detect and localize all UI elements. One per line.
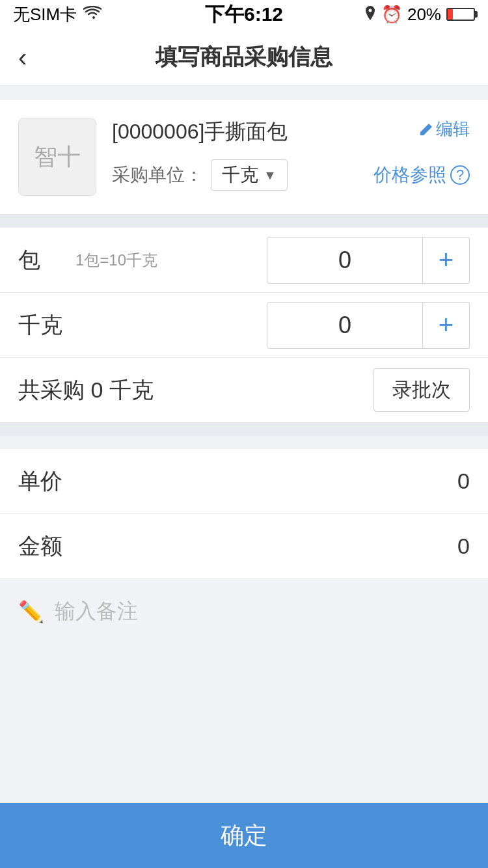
location-icon <box>364 5 376 25</box>
price-ref-label: 价格参照 <box>373 163 446 187</box>
unit-select[interactable]: 千克 ▼ <box>211 159 288 191</box>
status-right: ⏰ 20% <box>364 5 475 25</box>
note-placeholder: 输入备注 <box>55 597 138 626</box>
status-bar: 无SIM卡 下午6:12 ⏰ 20% <box>0 0 488 29</box>
battery-percent: 20% <box>407 5 441 25</box>
pencil-icon: ✏️ <box>18 599 44 624</box>
edit-button[interactable]: 编辑 <box>419 118 470 141</box>
unit-price-row: 单价 0 <box>0 449 488 514</box>
status-time: 下午6:12 <box>205 1 283 28</box>
unit-value: 千克 <box>222 163 258 187</box>
kg-quantity-input[interactable] <box>267 302 423 349</box>
divider-band <box>0 215 488 228</box>
product-name: [0000006]手撕面包 <box>112 118 419 146</box>
confirm-button[interactable]: 确定 <box>0 803 488 868</box>
pack-input-row: 包 1包=10千克 + <box>0 228 488 293</box>
page-title: 填写商品采购信息 <box>156 42 332 72</box>
unit-dropdown-arrow: ▼ <box>264 168 277 183</box>
kg-input-controls: + <box>267 302 470 349</box>
amount-value: 0 <box>457 534 470 559</box>
wifi-icon <box>83 5 102 25</box>
unit-label: 采购单位： <box>112 163 203 187</box>
price-section: 单价 0 金额 0 <box>0 449 488 579</box>
summary-row: 共采购 0 千克 录批次 <box>0 358 488 423</box>
back-button[interactable]: ‹ <box>18 44 27 70</box>
product-card: 智十 [0000006]手撕面包 编辑 采购单位： 千克 ▼ <box>0 99 488 215</box>
kg-label: 千克 <box>18 310 70 340</box>
kg-plus-button[interactable]: + <box>423 302 470 349</box>
kg-input-row: 千克 + <box>0 293 488 358</box>
unit-price-value: 0 <box>457 468 470 494</box>
carrier-label: 无SIM卡 <box>13 3 77 26</box>
product-info: [0000006]手撕面包 编辑 采购单位： 千克 ▼ 价格 <box>112 118 470 191</box>
alarm-icon: ⏰ <box>381 5 402 25</box>
pack-label: 包 <box>18 245 70 275</box>
amount-label: 金额 <box>18 532 62 562</box>
product-image: 智十 <box>18 118 96 196</box>
help-icon: ? <box>450 165 470 185</box>
amount-row: 金额 0 <box>0 514 488 579</box>
product-logo: 智十 <box>34 142 81 170</box>
pack-sub-label: 1包=10千克 <box>75 250 267 271</box>
battery-icon <box>446 8 475 21</box>
input-section: 包 1包=10千克 + 千克 + 共采购 0 千克 录批次 <box>0 228 488 423</box>
pack-input-controls: + <box>267 237 470 284</box>
note-section[interactable]: ✏️ 输入备注 <box>0 579 488 644</box>
status-left: 无SIM卡 <box>13 3 102 26</box>
price-ref-button[interactable]: 价格参照 ? <box>373 163 470 187</box>
unit-price-label: 单价 <box>18 467 62 496</box>
nav-bar: ‹ 填写商品采购信息 <box>0 29 488 86</box>
pack-plus-button[interactable]: + <box>423 237 470 284</box>
summary-text: 共采购 0 千克 <box>18 375 154 405</box>
pack-quantity-input[interactable] <box>267 237 423 284</box>
divider-band-2 <box>0 423 488 436</box>
batch-button[interactable]: 录批次 <box>373 368 470 412</box>
